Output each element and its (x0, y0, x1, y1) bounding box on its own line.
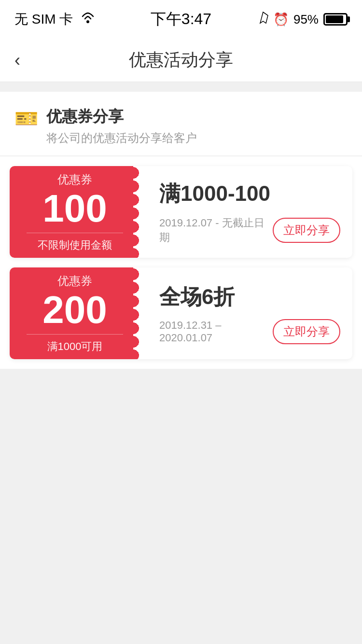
coupon-card-1: 优惠券 100 不限制使用金额 满1000-100 2019.12.07 - 无… (10, 166, 352, 258)
coupon-condition-1: 不限制使用金额 (38, 238, 112, 252)
coupon-footer-2: 2019.12.31 – 2020.01.07 立即分享 (159, 319, 340, 344)
status-right: ⏰ 95% (258, 12, 348, 28)
nav-title: 优惠活动分享 (129, 48, 233, 72)
coupon-date-2: 2019.12.31 – 2020.01.07 (159, 319, 273, 344)
wifi-icon (81, 12, 95, 27)
coupon-footer-1: 2019.12.07 - 无截止日期 立即分享 (159, 216, 340, 245)
coupon-name-2: 全场6折 (159, 283, 340, 311)
nav-bar: ‹ 优惠活动分享 (0, 39, 362, 82)
section-header: 🎫 优惠券分享 将公司的优惠活动分享给客户 (0, 92, 362, 155)
coupon-right-2: 全场6折 2019.12.31 – 2020.01.07 立即分享 (140, 267, 352, 359)
carrier-text: 无 SIM 卡 (14, 10, 73, 28)
battery-icon (323, 13, 348, 26)
status-left: 无 SIM 卡 (14, 10, 95, 28)
alarm-icon: ⏰ (273, 12, 289, 27)
coupon-name-1: 满1000-100 (159, 180, 340, 208)
section-icon: 🎫 (14, 106, 39, 130)
coupon-list: 优惠券 100 不限制使用金额 满1000-100 2019.12.07 - 无… (0, 156, 362, 369)
coupon-label-1: 优惠券 (57, 172, 92, 187)
coupon-amount-2: 200 (42, 291, 107, 329)
coupon-left-1: 优惠券 100 不限制使用金额 (10, 166, 140, 258)
share-button-1[interactable]: 立即分享 (273, 218, 340, 243)
section-info: 优惠券分享 将公司的优惠活动分享给客户 (46, 106, 197, 146)
section-subtitle: 将公司的优惠活动分享给客户 (46, 130, 197, 146)
coupon-left-2: 优惠券 200 满1000可用 (10, 267, 140, 359)
coupon-label-2: 优惠券 (57, 273, 92, 289)
coupon-divider-2 (27, 334, 123, 335)
empty-area (0, 369, 362, 644)
svg-point-0 (86, 20, 89, 23)
coupon-divider-1 (27, 233, 123, 233)
coupon-condition-2: 满1000可用 (47, 339, 103, 354)
coupon-amount-1: 100 (42, 189, 107, 228)
coupon-card-2: 优惠券 200 满1000可用 全场6折 2019.12.31 – 2020.0… (10, 267, 352, 359)
share-button-2[interactable]: 立即分享 (273, 319, 340, 344)
battery-percent: 95% (293, 12, 319, 27)
status-time: 下午3:47 (151, 9, 211, 30)
status-bar: 无 SIM 卡 下午3:47 ⏰ 95% (0, 0, 362, 39)
coupon-date-1: 2019.12.07 - 无截止日期 (159, 216, 273, 245)
coupon-right-1: 满1000-100 2019.12.07 - 无截止日期 立即分享 (140, 166, 352, 258)
section-title: 优惠券分享 (46, 106, 197, 127)
back-button[interactable]: ‹ (14, 50, 20, 70)
location-icon (258, 12, 268, 28)
